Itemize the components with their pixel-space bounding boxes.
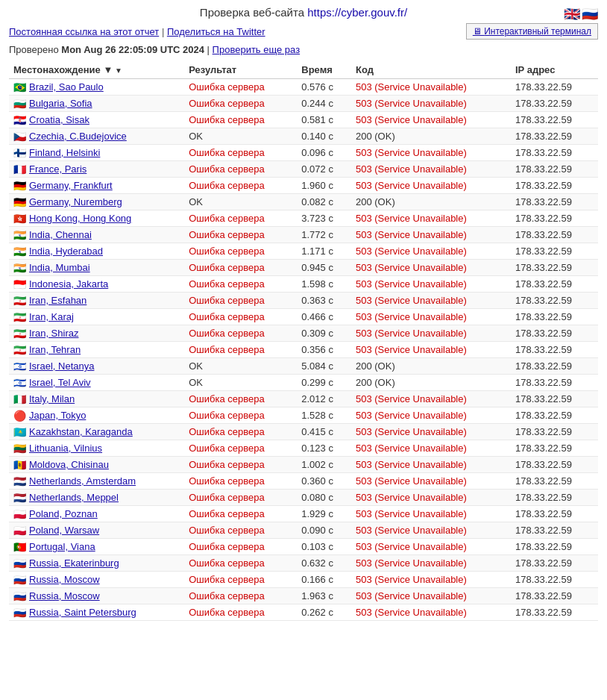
location-link[interactable]: Poland, Poznan <box>29 508 98 519</box>
twitter-share-link[interactable]: Поделиться на Twitter <box>167 26 265 37</box>
location-link[interactable]: Germany, Frankfurt <box>29 180 113 191</box>
table-row: 🔴Japan, TokyoОшибка сервера1.528 с503 (S… <box>9 407 598 424</box>
location-link[interactable]: Russia, Saint Petersburg <box>29 607 136 618</box>
location-link[interactable]: Lithuania, Vilnius <box>29 443 102 454</box>
result-cell: Ошибка сервера <box>184 490 297 506</box>
flag-icon: 🇫🇷 <box>13 164 26 175</box>
location-link[interactable]: India, Hyderabad <box>29 246 103 257</box>
result-cell: OK <box>184 358 297 375</box>
ip-cell: 178.33.22.59 <box>511 210 598 227</box>
table-row: 🇭🇰Hong Kong, Hong KongОшибка сервера3.72… <box>9 210 598 227</box>
location-link[interactable]: Finland, Helsinki <box>29 147 100 158</box>
table-row: 🇷🇺Russia, MoscowОшибка сервера1.963 с503… <box>9 588 598 604</box>
location-cell: 🇰🇿Kazakhstan, Karaganda <box>9 424 184 440</box>
location-link[interactable]: Russia, Ekaterinburg <box>29 557 119 569</box>
time-cell: 1.929 с <box>297 506 351 522</box>
col-location[interactable]: Местонахождение ▼ <box>9 61 184 79</box>
table-row: 🇷🇺Russia, MoscowОшибка сервера0.166 с503… <box>9 572 598 588</box>
location-link[interactable]: Russia, Moscow <box>29 590 100 601</box>
separator: | <box>162 26 167 37</box>
location-link[interactable]: Russia, Moscow <box>29 574 100 585</box>
code-cell: 200 (OK) <box>351 375 511 391</box>
page-title: Проверка веб-сайта https://cyber.gouv.fr… <box>9 6 598 19</box>
time-cell: 0.632 с <box>297 555 351 572</box>
site-url-link[interactable]: https://cyber.gouv.fr/ <box>307 6 407 19</box>
ip-cell: 178.33.22.59 <box>511 260 598 276</box>
location-link[interactable]: Netherlands, Amsterdam <box>29 475 136 487</box>
flag-icon: 🇮🇷 <box>13 345 26 355</box>
result-cell: Ошибка сервера <box>184 145 297 161</box>
checked-info: Проверено Mon Aug 26 22:05:09 UTC 2024 |… <box>9 44 598 55</box>
time-cell: 0.080 с <box>297 490 351 506</box>
flag-icon: 🇳🇱 <box>13 476 26 487</box>
code-cell: 503 (Service Unavailable) <box>351 457 511 473</box>
interactive-terminal-button[interactable]: 🖥 Интерактивный терминал <box>466 23 598 40</box>
code-cell: 503 (Service Unavailable) <box>351 572 511 588</box>
location-link[interactable]: Iran, Tehran <box>29 344 81 355</box>
location-link[interactable]: Israel, Netanya <box>29 360 94 372</box>
result-cell: Ошибка сервера <box>184 210 297 227</box>
ip-cell: 178.33.22.59 <box>511 457 598 473</box>
flag-uk-icon[interactable]: 🇬🇧 <box>564 6 580 22</box>
code-cell: 503 (Service Unavailable) <box>351 440 511 457</box>
ip-cell: 178.33.22.59 <box>511 293 598 309</box>
ip-cell: 178.33.22.59 <box>511 276 598 293</box>
location-cell: 🇧🇷Brazil, Sao Paulo <box>9 79 184 96</box>
location-link[interactable]: Iran, Shiraz <box>29 328 78 339</box>
flag-icon: 🔴 <box>13 410 26 421</box>
table-row: 🇮🇹Italy, MilanОшибка сервера2.012 с503 (… <box>9 391 598 407</box>
time-cell: 1.963 с <box>297 588 351 604</box>
location-cell: 🇷🇺Russia, Moscow <box>9 572 184 588</box>
location-link[interactable]: Japan, Tokyo <box>29 410 86 421</box>
location-cell: 🇮🇷Iran, Shiraz <box>9 325 184 342</box>
location-link[interactable]: India, Chennai <box>29 229 92 240</box>
location-link[interactable]: Moldova, Chisinau <box>29 459 109 470</box>
lang-flags[interactable]: 🇬🇧 🇷🇺 <box>564 6 598 22</box>
location-cell: 🇳🇱Netherlands, Meppel <box>9 490 184 506</box>
location-link[interactable]: Italy, Milan <box>29 393 75 404</box>
result-cell: Ошибка сервера <box>184 440 297 457</box>
result-cell: Ошибка сервера <box>184 424 297 440</box>
code-cell: 503 (Service Unavailable) <box>351 309 511 325</box>
location-link[interactable]: Bulgaria, Sofia <box>29 98 92 109</box>
result-cell: Ошибка сервера <box>184 293 297 309</box>
code-cell: 503 (Service Unavailable) <box>351 260 511 276</box>
time-cell: 5.084 с <box>297 358 351 375</box>
location-link[interactable]: Czechia, C.Budejovice <box>29 131 127 142</box>
check-again-link[interactable]: Проверить еще раз <box>213 44 301 55</box>
location-link[interactable]: Israel, Tel Aviv <box>29 377 91 388</box>
flag-icon: 🇰🇿 <box>13 427 26 437</box>
flag-icon: 🇩🇪 <box>13 197 26 207</box>
flag-ru-icon[interactable]: 🇷🇺 <box>582 6 598 22</box>
location-link[interactable]: Germany, Nuremberg <box>29 196 122 207</box>
result-cell: Ошибка сервера <box>184 457 297 473</box>
interactive-terminal-wrapper: 🖥 Интерактивный терминал <box>466 23 598 40</box>
permanent-link[interactable]: Постоянная ссылка на этот отчет <box>9 26 159 37</box>
location-link[interactable]: Portugal, Viana <box>29 541 95 552</box>
location-link[interactable]: France, Paris <box>29 163 87 175</box>
location-link[interactable]: Netherlands, Meppel <box>29 492 119 503</box>
table-row: 🇮🇷Iran, TehranОшибка сервера0.356 с503 (… <box>9 342 598 358</box>
flag-icon: 🇮🇹 <box>13 394 26 404</box>
results-table: Местонахождение ▼ Результат Время Код IP… <box>9 61 598 621</box>
location-link[interactable]: Croatia, Sisak <box>29 114 89 125</box>
flag-icon: 🇷🇺 <box>13 591 26 601</box>
ip-cell: 178.33.22.59 <box>511 375 598 391</box>
code-cell: 503 (Service Unavailable) <box>351 539 511 555</box>
table-row: 🇷🇺Russia, Saint PetersburgОшибка сервера… <box>9 604 598 621</box>
location-link[interactable]: India, Mumbai <box>29 262 90 273</box>
ip-cell: 178.33.22.59 <box>511 342 598 358</box>
location-cell: 🇮🇹Italy, Milan <box>9 391 184 407</box>
location-link[interactable]: Iran, Karaj <box>29 311 74 322</box>
location-cell: 🇮🇳India, Mumbai <box>9 260 184 276</box>
code-cell: 503 (Service Unavailable) <box>351 506 511 522</box>
location-link[interactable]: Poland, Warsaw <box>29 525 99 536</box>
location-link[interactable]: Kazakhstan, Karaganda <box>29 426 133 437</box>
location-link[interactable]: Brazil, Sao Paulo <box>29 81 104 93</box>
location-link[interactable]: Indonesia, Jakarta <box>29 278 108 290</box>
location-cell: 🇮🇷Iran, Karaj <box>9 309 184 325</box>
code-cell: 503 (Service Unavailable) <box>351 96 511 112</box>
location-link[interactable]: Hong Kong, Hong Kong <box>29 213 131 224</box>
location-link[interactable]: Iran, Esfahan <box>29 295 87 306</box>
table-body: 🇧🇷Brazil, Sao PauloОшибка сервера0.576 с… <box>9 79 598 621</box>
